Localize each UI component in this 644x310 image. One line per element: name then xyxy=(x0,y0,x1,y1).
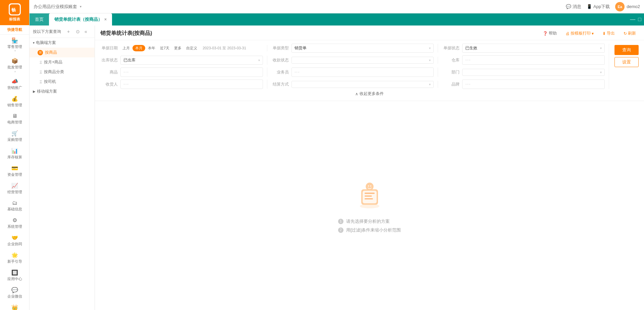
collapse-label: 收起更多条件 xyxy=(360,91,384,97)
scheme-sub-item-driver[interactable]: Ξ 按司机 xyxy=(30,77,95,87)
industry-label: 办公用品行业模拟账套 xyxy=(34,4,77,10)
basics-label: 基础信息 xyxy=(7,207,22,212)
sidebar-item-enterprise[interactable]: 🤝 企业协同 xyxy=(0,232,29,249)
sidebar-item-system[interactable]: ⚙ 系统管理 xyxy=(0,214,29,232)
print-btn[interactable]: 🖨 按模板打印 ▾ xyxy=(563,30,596,37)
filter-area: 单据日期 上月 本月 本年 近7天 更多 自定义 xyxy=(95,40,644,101)
wholesale-label: 批发管理 xyxy=(7,65,22,70)
date-btn-more[interactable]: 更多 xyxy=(172,45,183,51)
svg-rect-4 xyxy=(363,191,377,203)
sidebar-item-basics[interactable]: 🗂 基础信息 xyxy=(0,197,29,214)
tab-home[interactable]: 首页 xyxy=(30,13,49,25)
sidebar-item-ecom[interactable]: 🖥 电商管理 xyxy=(0,110,29,127)
app-download-btn[interactable]: 📱 App下载 xyxy=(587,4,610,10)
sidebar-item-guide[interactable]: 🌟 新手引导 xyxy=(0,249,29,267)
page-title: 销货单统计表(按商品) xyxy=(100,30,152,37)
settings-btn[interactable]: 设置 xyxy=(614,57,639,67)
ecom-label: 电商管理 xyxy=(7,120,22,125)
date-btn-thismonth[interactable]: 本月 xyxy=(132,45,145,51)
refresh-label: 刷新 xyxy=(628,31,636,36)
sidebar-item-finance[interactable]: 💳 资金管理 xyxy=(0,162,29,180)
sub-item-icon-1: Ξ xyxy=(40,60,42,64)
svg-rect-7 xyxy=(365,198,373,199)
date-btn-custom[interactable]: 自定义 xyxy=(184,45,199,51)
goods-label: 商品 xyxy=(100,69,120,75)
doc-type-label: 单据类型 xyxy=(271,45,291,51)
scheme-panel-header: 按以下方案查询 + ⊙ « xyxy=(30,25,95,38)
guide-icon: 🌟 xyxy=(11,252,18,258)
sidebar-logo: 畅 标报表 xyxy=(0,0,29,25)
date-btn-thisyear[interactable]: 本年 xyxy=(146,45,157,51)
salesman-input[interactable]: ··· xyxy=(291,67,434,77)
sidebar-item-sales[interactable]: 💰 销售管理 xyxy=(0,93,29,110)
scheme-group-mobile-title[interactable]: ▶ 移动端方案 xyxy=(30,87,95,96)
sidebar-item-wholesale[interactable]: 📦 批发管理 ▴ xyxy=(0,55,29,75)
recipient-dots: ··· xyxy=(123,81,129,87)
sidebar-item-purchase[interactable]: 🛒 采购管理 xyxy=(0,127,29,145)
ecom-icon: 🖥 xyxy=(12,113,17,119)
empty-tip-2: 2 用[过滤]条件来缩小分析范围 xyxy=(338,227,401,233)
receipt-status-arrow: ▾ xyxy=(429,58,431,62)
goods-input[interactable]: ··· xyxy=(120,67,263,77)
scheme-collapse-btn[interactable]: « xyxy=(85,28,91,35)
download-icon: 📱 xyxy=(587,4,592,9)
scheme-header-label: 按以下方案查询 xyxy=(33,29,65,35)
payment-arrow: ▾ xyxy=(429,83,431,86)
sidebar-item-marketing[interactable]: 📣 营销推广 xyxy=(0,75,29,93)
member-icon: 👑 xyxy=(11,304,18,310)
system-icon: ⚙ xyxy=(12,217,17,223)
tab-minimize-btn[interactable]: — xyxy=(630,16,635,22)
collapse-bar[interactable]: ∧ 收起更多条件 xyxy=(100,89,639,97)
wechat-icon: 💬 xyxy=(11,287,18,293)
sidebar-item-operations[interactable]: 📈 经营管理 xyxy=(0,180,29,197)
industry-dropdown-arrow[interactable]: ▾ xyxy=(80,5,82,8)
message-btn[interactable]: 💬 消息 xyxy=(566,4,581,10)
doc-status-dropdown[interactable]: 已生效 ▾ xyxy=(462,44,605,53)
brand-label: 品牌 xyxy=(442,82,462,87)
scheme-item-by-goods[interactable]: 按 按商品 xyxy=(30,48,95,57)
dept-dropdown[interactable]: ▾ xyxy=(462,69,605,76)
page-title-bar: 销货单统计表(按商品) ❓ 帮助 🖨 按模板打印 ▾ ⬇ xyxy=(95,25,644,40)
payment-dropdown[interactable]: ▾ xyxy=(291,81,434,88)
scheme-add-btn[interactable]: + xyxy=(67,28,74,35)
refresh-btn[interactable]: ↻ 刷新 xyxy=(621,30,639,37)
recipient-input[interactable]: ··· xyxy=(120,80,263,89)
warehouse-input[interactable]: ··· xyxy=(462,55,605,65)
tab-home-label: 首页 xyxy=(35,16,44,22)
scheme-edit-btn[interactable]: ⊙ xyxy=(76,28,83,35)
message-label: 消息 xyxy=(573,4,581,10)
out-status-dropdown[interactable]: 已出库 ▾ xyxy=(120,56,263,65)
sidebar-item-member[interactable]: 👑 畅会员 xyxy=(0,302,29,310)
scheme-sub-item-category[interactable]: Ξ 按商品分类 xyxy=(30,67,95,77)
tab-close-btn[interactable]: × xyxy=(104,17,107,22)
query-btn[interactable]: 查询 xyxy=(614,45,639,55)
doc-type-dropdown[interactable]: 销货单 ▾ xyxy=(291,44,434,53)
print-dropdown-arrow[interactable]: ▾ xyxy=(592,31,594,36)
sidebar-item-retail[interactable]: 🏪 零售管理 ▾ xyxy=(0,35,29,55)
user-info[interactable]: Ea demo2 xyxy=(615,2,640,11)
user-name: demo2 xyxy=(627,4,640,9)
sidebar-item-appcenter[interactable]: 🔲 应用中心 xyxy=(0,267,29,284)
sidebar-item-inventory[interactable]: 📊 库存核算 xyxy=(0,145,29,162)
receipt-status-label: 收款状态 xyxy=(271,57,291,63)
wholesale-icon: 📦 xyxy=(11,58,18,64)
export-btn[interactable]: ⬇ 导出 xyxy=(600,30,618,37)
receipt-status-dropdown[interactable]: ▾ xyxy=(291,57,434,64)
export-icon: ⬇ xyxy=(602,31,606,36)
scheme-group-desktop-title[interactable]: ▾ 电脑端方案 xyxy=(30,38,95,48)
tab-maximize-btn[interactable]: □ xyxy=(638,16,641,22)
sidebar-shortcut[interactable]: 快捷导航 xyxy=(0,25,29,35)
tab-active[interactable]: 销货单统计表（按商品） × xyxy=(49,13,112,25)
desktop-group-arrow: ▾ xyxy=(33,41,35,45)
refresh-icon: ↻ xyxy=(624,31,627,36)
date-btn-lastmonth[interactable]: 上月 xyxy=(120,45,132,51)
sidebar-item-wechat[interactable]: 💬 企业微信 xyxy=(0,284,29,302)
help-btn[interactable]: ❓ 帮助 xyxy=(540,30,559,37)
top-header-left: 办公用品行业模拟账套 ▾ xyxy=(34,4,82,10)
brand-input[interactable]: ··· xyxy=(462,80,605,89)
payment-label: 结算方式 xyxy=(271,82,291,87)
sub-item-label-3: 按司机 xyxy=(44,79,56,85)
date-btn-7days[interactable]: 近7天 xyxy=(158,45,171,51)
scheme-sub-item-month-goods[interactable]: Ξ 按月+商品 xyxy=(30,57,95,67)
app-logo-icon: 畅 xyxy=(9,3,21,15)
